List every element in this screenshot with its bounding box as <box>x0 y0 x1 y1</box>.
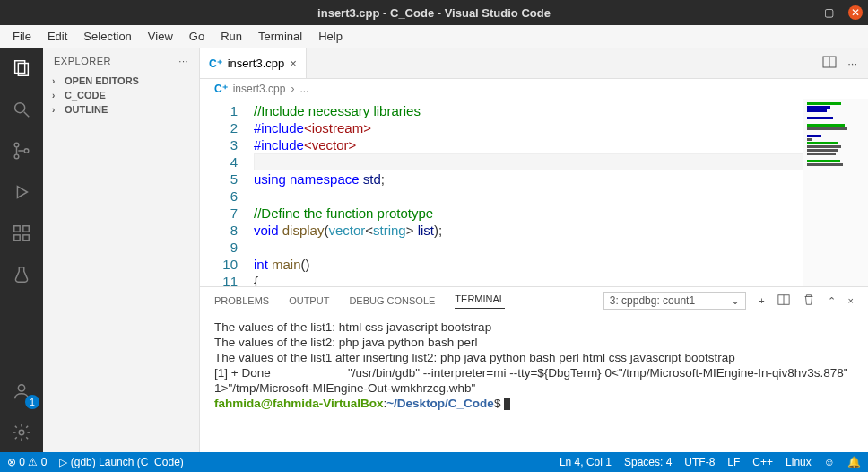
maximize-button[interactable]: ▢ <box>821 5 836 20</box>
close-button[interactable]: ✕ <box>848 5 863 20</box>
svg-point-6 <box>24 149 29 153</box>
menu-view[interactable]: View <box>141 27 180 46</box>
explorer-icon[interactable] <box>11 57 32 79</box>
panel-tab-terminal[interactable]: TERMINAL <box>455 293 505 309</box>
search-icon[interactable] <box>11 99 32 120</box>
chevron-down-icon: ⌄ <box>731 294 740 307</box>
svg-rect-10 <box>14 235 20 240</box>
panel-tab-debug-console[interactable]: DEBUG CONSOLE <box>349 295 435 306</box>
svg-rect-9 <box>23 226 29 232</box>
source-control-icon[interactable] <box>11 140 32 162</box>
code-editor[interactable]: 1234567891011 //Include necessary librar… <box>200 99 868 286</box>
svg-point-4 <box>14 143 19 147</box>
status-problems[interactable]: ⊗ 0 ⚠ 0 <box>7 456 47 468</box>
new-terminal-icon[interactable]: + <box>759 295 764 306</box>
close-panel-icon[interactable]: × <box>848 295 854 306</box>
terminal-selector[interactable]: 3: cppdbg: count1 ⌄ <box>603 292 746 310</box>
menu-go[interactable]: Go <box>182 27 212 46</box>
menu-edit[interactable]: Edit <box>40 27 74 46</box>
kill-terminal-icon[interactable] <box>803 293 815 308</box>
explorer-section-open-editors[interactable]: ›OPEN EDITORS <box>43 74 199 88</box>
status-eol[interactable]: LF <box>727 456 740 468</box>
menu-file[interactable]: File <box>5 27 39 46</box>
title-bar: insert3.cpp - C_Code - Visual Studio Cod… <box>0 0 868 25</box>
status-bar: ⊗ 0 ⚠ 0 ▷ (gdb) Launch (C_Code) Ln 4, Co… <box>0 452 868 472</box>
status-language[interactable]: C++ <box>752 456 773 468</box>
maximize-panel-icon[interactable]: ⌃ <box>828 295 836 307</box>
tab-label: insert3.cpp <box>228 57 285 70</box>
svg-point-5 <box>14 154 19 159</box>
panel: PROBLEMSOUTPUTDEBUG CONSOLETERMINAL 3: c… <box>200 286 868 452</box>
feedback-icon[interactable]: ☺ <box>824 456 835 468</box>
minimap[interactable] <box>803 99 868 286</box>
svg-point-12 <box>18 385 24 391</box>
run-debug-icon[interactable] <box>11 181 32 203</box>
explorer-title: EXPLORER <box>54 56 111 66</box>
settings-icon[interactable] <box>11 422 32 443</box>
status-cursor[interactable]: Ln 4, Col 1 <box>560 456 612 468</box>
menu-bar: FileEditSelectionViewGoRunTerminalHelp <box>0 25 868 48</box>
menu-selection[interactable]: Selection <box>76 27 138 46</box>
svg-point-2 <box>15 103 25 113</box>
status-spaces[interactable]: Spaces: 4 <box>624 456 672 468</box>
svg-rect-11 <box>23 235 29 240</box>
test-icon[interactable] <box>11 264 32 285</box>
menu-run[interactable]: Run <box>213 27 249 46</box>
svg-rect-8 <box>14 226 20 232</box>
editor-tabs: C⁺ insert3.cpp × ··· <box>200 48 868 79</box>
notifications-icon[interactable]: 🔔 <box>847 456 861 468</box>
window-title: insert3.cpp - C_Code - Visual Studio Cod… <box>0 6 868 20</box>
cpp-file-icon: C⁺ <box>209 57 222 70</box>
chevron-right-icon: › <box>52 76 65 86</box>
svg-point-13 <box>19 430 24 435</box>
chevron-right-icon: › <box>52 91 65 101</box>
editor-group: C⁺ insert3.cpp × ··· C⁺ insert3.cpp › ..… <box>200 48 868 452</box>
settings-badge: 1 <box>25 395 39 409</box>
menu-help[interactable]: Help <box>311 27 350 46</box>
terminal[interactable]: The values of the list1: html css javasc… <box>200 314 868 452</box>
breadcrumb[interactable]: C⁺ insert3.cpp › ... <box>200 79 868 99</box>
split-editor-icon[interactable] <box>822 55 837 72</box>
panel-tab-problems[interactable]: PROBLEMS <box>214 295 269 306</box>
explorer-section-outline[interactable]: ›OUTLINE <box>43 102 199 117</box>
cpp-file-icon: C⁺ <box>214 83 228 95</box>
split-terminal-icon[interactable] <box>777 293 790 308</box>
minimize-button[interactable]: — <box>794 5 809 20</box>
tab-insert3[interactable]: C⁺ insert3.cpp × <box>200 48 307 78</box>
svg-marker-7 <box>17 187 27 198</box>
status-encoding[interactable]: UTF-8 <box>684 456 715 468</box>
activity-bar: 1 <box>0 48 43 452</box>
chevron-right-icon: › <box>52 105 65 115</box>
editor-more-icon[interactable]: ··· <box>847 57 857 70</box>
svg-line-3 <box>24 112 30 118</box>
explorer-section-c_code[interactable]: ›C_CODE <box>43 88 199 102</box>
explorer-more-icon[interactable]: ··· <box>178 56 188 66</box>
tab-close-icon[interactable]: × <box>290 57 297 70</box>
panel-tab-output[interactable]: OUTPUT <box>289 295 329 306</box>
status-os[interactable]: Linux <box>786 456 812 468</box>
explorer-sidebar: EXPLORER ··· ›OPEN EDITORS›C_CODE›OUTLIN… <box>43 48 200 452</box>
status-launch[interactable]: ▷ (gdb) Launch (C_Code) <box>59 456 183 468</box>
extensions-icon[interactable] <box>11 223 32 244</box>
menu-terminal[interactable]: Terminal <box>251 27 309 46</box>
